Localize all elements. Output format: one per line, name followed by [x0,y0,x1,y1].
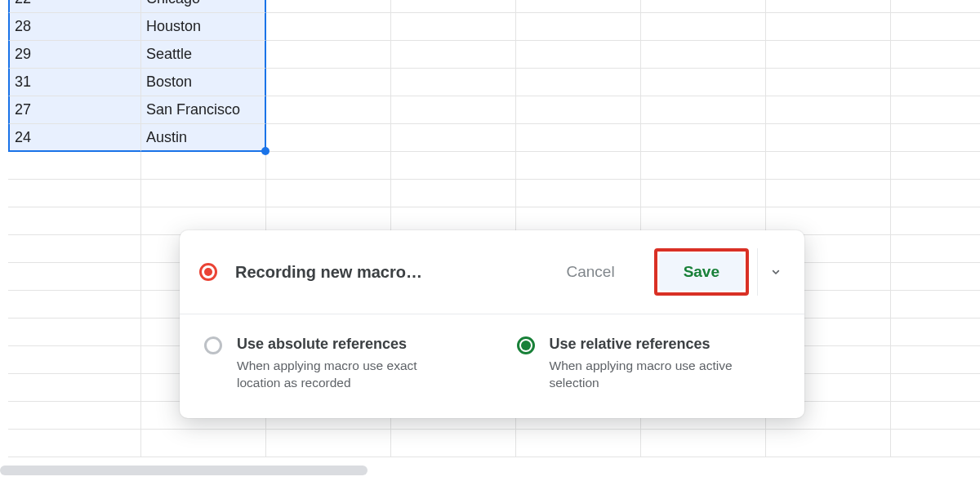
cancel-button[interactable]: Cancel [550,255,630,289]
cell[interactable]: San Francisco [141,96,266,124]
cell[interactable] [8,402,141,430]
cell[interactable] [641,430,766,457]
cell[interactable]: Seattle [141,41,266,69]
cell[interactable] [266,180,391,207]
cell[interactable] [891,207,980,235]
cell[interactable] [141,430,266,457]
cell[interactable]: Austin [141,124,266,152]
cell[interactable] [891,0,980,13]
cell[interactable]: Houston [141,13,266,41]
cell[interactable] [391,124,516,152]
cell[interactable] [641,124,766,152]
cell-value: 27 [15,101,31,118]
cell[interactable] [266,96,391,124]
cell[interactable] [8,235,141,263]
cell[interactable] [891,235,980,263]
cell[interactable] [891,318,980,346]
cell[interactable] [391,96,516,124]
cell[interactable] [891,374,980,402]
cell[interactable] [391,0,516,13]
cell[interactable] [891,41,980,69]
cell[interactable] [516,152,641,180]
cell[interactable] [641,180,766,207]
cell[interactable] [891,69,980,96]
cell[interactable] [891,96,980,124]
cell[interactable] [891,124,980,152]
cell[interactable] [516,13,641,41]
cell[interactable] [891,402,980,430]
cell[interactable] [516,180,641,207]
cell[interactable] [516,0,641,13]
cell[interactable]: 29 [8,41,141,69]
cell[interactable] [141,180,266,207]
cell[interactable] [391,69,516,96]
cell[interactable]: 27 [8,96,141,124]
save-button[interactable]: Save [659,253,744,291]
cell[interactable] [766,0,891,13]
cell[interactable] [891,13,980,41]
cell[interactable] [891,291,980,318]
cell[interactable] [8,152,141,180]
cell[interactable] [766,124,891,152]
selection-handle-icon[interactable] [261,147,270,155]
cell[interactable] [766,69,891,96]
cell[interactable] [266,0,391,13]
cell-value: 28 [15,18,31,35]
macro-recording-dialog: Recording new macro… Cancel Save Use abs… [180,230,804,418]
cell[interactable] [141,152,266,180]
cell[interactable] [766,41,891,69]
cell[interactable] [266,124,391,152]
cell[interactable]: 28 [8,13,141,41]
cell[interactable] [641,96,766,124]
cell[interactable] [8,180,141,207]
cell[interactable] [8,374,141,402]
cell[interactable] [891,346,980,374]
expand-toggle[interactable] [757,248,793,296]
cell[interactable] [766,152,891,180]
cell[interactable] [266,430,391,457]
cell[interactable] [516,69,641,96]
cell[interactable] [8,263,141,291]
cell[interactable] [8,346,141,374]
cell[interactable] [266,41,391,69]
cell[interactable] [516,124,641,152]
cell[interactable] [516,96,641,124]
cell[interactable]: 24 [8,124,141,152]
cell[interactable] [891,430,980,457]
cell[interactable]: Chicago [141,0,266,13]
cell[interactable] [8,430,141,457]
horizontal-scrollbar[interactable] [0,466,368,475]
cell[interactable]: 31 [8,69,141,96]
cell[interactable] [391,41,516,69]
cell[interactable] [891,152,980,180]
cell[interactable] [391,430,516,457]
cell[interactable] [641,152,766,180]
cell[interactable] [266,152,391,180]
cell[interactable] [8,318,141,346]
cell[interactable] [8,207,141,235]
cell[interactable] [516,41,641,69]
cell[interactable] [391,13,516,41]
cell[interactable] [891,180,980,207]
cell[interactable] [391,180,516,207]
cell[interactable] [391,152,516,180]
option-absolute-references[interactable]: Use absolute references When applying ma… [204,336,468,392]
cell[interactable] [766,430,891,457]
cell[interactable] [766,180,891,207]
cell[interactable] [766,96,891,124]
cell[interactable] [891,263,980,291]
cell[interactable]: 22 [8,0,141,13]
option-relative-references[interactable]: Use relative references When applying ma… [517,336,781,392]
cell-value: San Francisco [146,101,240,118]
cell[interactable] [266,69,391,96]
cell[interactable] [641,69,766,96]
cell[interactable] [8,291,141,318]
radio-icon [517,336,535,354]
cell[interactable] [766,13,891,41]
cell[interactable] [641,0,766,13]
cell[interactable] [516,430,641,457]
cell[interactable]: Boston [141,69,266,96]
cell[interactable] [641,13,766,41]
cell[interactable] [641,41,766,69]
cell[interactable] [266,13,391,41]
